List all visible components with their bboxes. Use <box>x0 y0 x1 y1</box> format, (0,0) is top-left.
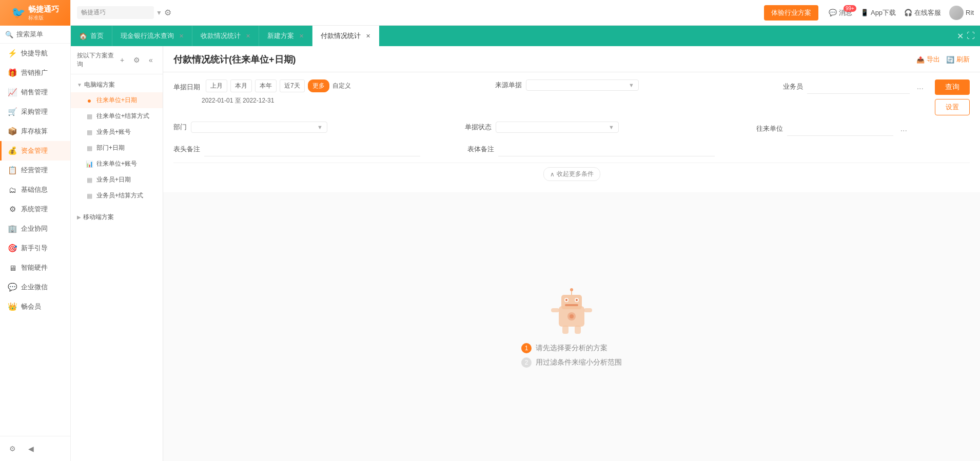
tab-receipts-close[interactable]: ✕ <box>246 33 250 39</box>
body-note-input[interactable] <box>498 142 714 156</box>
scheme-settings-btn[interactable]: ⚙ <box>131 54 142 66</box>
left-panel-icon-group: + ⚙ « <box>116 54 156 66</box>
scheme-unit-account[interactable]: 📊 往来单位+账号 <box>71 156 163 172</box>
collapse-label: 收起更多条件 <box>557 170 594 178</box>
tab-payments[interactable]: 付款情况统计 ✕ <box>312 26 379 46</box>
panel-collapse-btn[interactable]: « <box>145 54 156 66</box>
sidebar-bottom: ⚙ ◀ <box>0 436 70 461</box>
tip-num-2: 2 <box>521 357 532 368</box>
tab-home[interactable]: 🏠 首页 <box>71 26 112 46</box>
tab-receipts[interactable]: 收款情况统计 ✕ <box>192 26 259 46</box>
sidebar-item-base[interactable]: 🗂 基础信息 <box>0 180 70 199</box>
filter-row-3: 表头备注 表体备注 <box>173 142 970 156</box>
sidebar-logo: 🐦 畅捷通巧 标准版 <box>0 0 70 26</box>
sidebar-collapse-btn[interactable]: ◀ <box>24 442 38 456</box>
sidebar-item-operations[interactable]: 📋 经营管理 <box>0 161 70 180</box>
member-icon: 👑 <box>8 302 17 311</box>
dept-select[interactable]: ▼ <box>191 122 327 133</box>
docstatus-label: 单据状态 <box>465 123 492 132</box>
collapse-btn[interactable]: ∧ 收起更多条件 <box>543 167 600 181</box>
staff-ellipsis[interactable]: ... <box>914 81 927 92</box>
sidebar-item-sales[interactable]: 📈 销售管理 <box>0 83 70 102</box>
scheme-dept-date[interactable]: ▦ 部门+日期 <box>71 140 163 156</box>
date-range: 2022-01-01 至 2022-12-31 <box>173 94 274 105</box>
sidebar-item-hardware[interactable]: 🖥 智能硬件 <box>0 258 70 277</box>
svg-rect-9 <box>551 308 559 312</box>
source-label: 来源单据 <box>495 81 522 90</box>
sidebar-item-member[interactable]: 👑 畅会员 <box>0 297 70 316</box>
sidebar-item-capital[interactable]: 💰 资金管理 <box>0 141 70 161</box>
more-btn[interactable]: 更多 <box>308 79 329 92</box>
message-icon: 💬 <box>829 9 837 16</box>
refresh-button[interactable]: 🔄 刷新 <box>946 55 970 64</box>
query-button[interactable]: 查询 <box>935 79 970 95</box>
empty-tip-2: 2 用过滤条件来缩小分析范围 <box>521 357 622 368</box>
base-icon: 🗂 <box>8 185 17 194</box>
sidebar-item-system[interactable]: ⚙ 系统管理 <box>0 199 70 219</box>
body-note-label: 表体备注 <box>467 145 494 154</box>
address-bar[interactable]: 畅捷通巧 <box>77 6 154 19</box>
app-icon: 📱 <box>860 9 869 16</box>
scheme-unit-settle[interactable]: ▦ 往来单位+结算方式 <box>71 108 163 124</box>
sidebar-item-marketing[interactable]: 🎁 营销推广 <box>0 63 70 83</box>
collapse-arrow-icon: ∧ <box>550 171 555 178</box>
staff-input[interactable] <box>807 79 910 94</box>
sidebar-item-quick-nav[interactable]: ⚡ 快捷导航 <box>0 44 70 63</box>
sales-icon: 📈 <box>8 88 17 97</box>
tip-text-1: 请先选择要分析的方案 <box>536 344 607 353</box>
service-button[interactable]: 🎧 在线客服 <box>904 8 941 17</box>
inventory-icon: 📦 <box>8 127 17 136</box>
partner-input[interactable] <box>787 122 893 136</box>
export-button[interactable]: 📤 导出 <box>916 55 940 64</box>
mobile-scheme-section: ▶ 移动端方案 <box>71 207 163 228</box>
sidebar-item-inventory[interactable]: 📦 库存核算 <box>0 122 70 141</box>
sidebar-item-guide[interactable]: 🎯 新手引导 <box>0 238 70 258</box>
desktop-section-title[interactable]: ▼ 电脑端方案 <box>71 77 163 92</box>
sidebar-item-enterprise[interactable]: 🏢 企业协同 <box>0 219 70 238</box>
last-7-btn[interactable]: 近7天 <box>280 79 305 92</box>
hardware-icon: 🖥 <box>8 263 17 272</box>
scheme-staff-account[interactable]: ▦ 业务员+账号 <box>71 124 163 140</box>
sidebar-item-label: 经营管理 <box>21 166 48 175</box>
refresh-icon: 🔄 <box>946 56 954 64</box>
source-select[interactable]: ▼ <box>526 79 639 91</box>
docstatus-select[interactable]: ▼ <box>496 122 619 133</box>
tab-new-scheme-close[interactable]: ✕ <box>299 33 304 39</box>
add-scheme-btn[interactable]: + <box>116 54 128 66</box>
svg-point-7 <box>570 288 573 291</box>
header-note-input[interactable] <box>204 142 420 156</box>
dept-label: 部门 <box>173 123 187 132</box>
tab-payments-close[interactable]: ✕ <box>366 33 370 39</box>
topbar-gear-icon[interactable]: ⚙ <box>164 8 171 17</box>
partner-ellipsis[interactable]: ... <box>897 123 910 134</box>
scheme-staff-settle[interactable]: ▦ 业务员+结算方式 <box>71 188 163 204</box>
this-year-btn[interactable]: 本年 <box>255 79 277 92</box>
scheme-staff-date-label: 业务员+日期 <box>96 175 131 184</box>
this-month-btn[interactable]: 本月 <box>230 79 252 92</box>
date-buttons: 上月 本月 本年 近7天 更多 自定义 <box>206 79 351 92</box>
tab-close-all-btn[interactable]: ✕ <box>957 31 964 41</box>
sidebar-settings-btn[interactable]: ⚙ <box>5 442 19 456</box>
logo-icon: 🐦 <box>11 6 25 19</box>
sidebar-item-purchase[interactable]: 🛒 采购管理 <box>0 102 70 122</box>
desktop-scheme-section: ▼ 电脑端方案 ● 往来单位+日期 ▦ 往来单位+结算方式 ▦ 业务员+账号 ▦ <box>71 74 163 207</box>
sidebar-item-wechat[interactable]: 💬 企业微信 <box>0 277 70 297</box>
tab-cashflow[interactable]: 现金银行流水查询 ✕ <box>112 26 192 46</box>
mobile-section-title[interactable]: ▶ 移动端方案 <box>71 210 163 225</box>
mobile-expand-arrow: ▶ <box>77 214 81 220</box>
source-filter-col: 来源单据 ▼ <box>495 79 639 91</box>
sidebar-search-item[interactable]: 🔍 搜索菜单 <box>0 26 70 44</box>
tab-expand-btn[interactable]: ⛶ <box>967 31 975 41</box>
svg-point-14 <box>570 314 574 318</box>
body-note-col: 表体备注 <box>467 142 714 156</box>
user-avatar-area[interactable]: Rit <box>949 6 974 20</box>
scheme-staff-date[interactable]: ▦ 业务员+日期 <box>71 172 163 188</box>
app-download-button[interactable]: 📱 App下载 <box>860 8 896 17</box>
trial-button[interactable]: 体验行业方案 <box>764 5 818 21</box>
tab-new-scheme[interactable]: 新建方案 ✕ <box>259 26 312 46</box>
message-button[interactable]: 💬 消息 99+ <box>829 8 852 17</box>
last-month-btn[interactable]: 上月 <box>206 79 227 92</box>
scheme-unit-date[interactable]: ● 往来单位+日期 <box>71 92 163 108</box>
settings-button[interactable]: 设置 <box>935 99 970 115</box>
tab-cashflow-close[interactable]: ✕ <box>179 33 184 39</box>
